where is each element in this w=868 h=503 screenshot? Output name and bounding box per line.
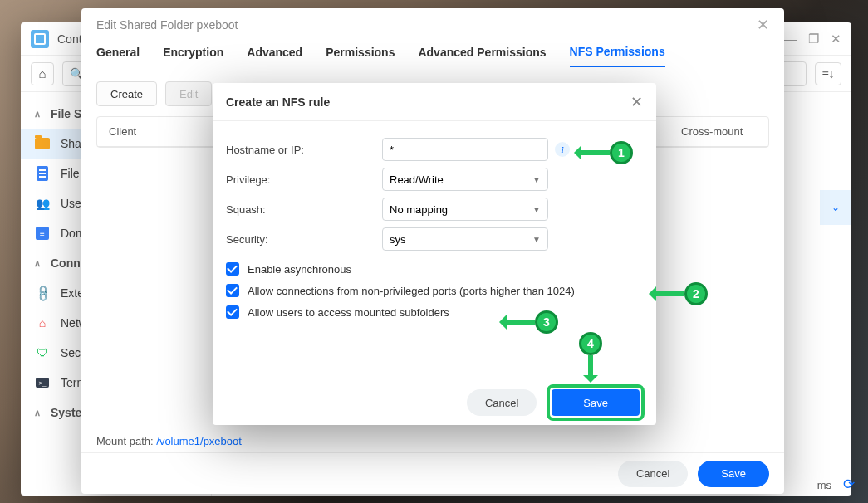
close-icon[interactable]: ✕ bbox=[630, 93, 643, 111]
cancel-button[interactable]: Cancel bbox=[618, 461, 688, 487]
network-icon: ⌂ bbox=[34, 315, 51, 331]
select-value: Read/Write bbox=[390, 173, 444, 186]
tab-advanced-permissions[interactable]: Advanced Permissions bbox=[418, 46, 546, 66]
annotation-badge: 3 bbox=[535, 310, 558, 334]
close-icon[interactable]: ✕ bbox=[831, 32, 841, 46]
control-panel-icon bbox=[31, 30, 49, 48]
select-value: No mapping bbox=[390, 203, 448, 216]
domain-icon: ≡ bbox=[34, 225, 51, 242]
cancel-button[interactable]: Cancel bbox=[467, 389, 537, 416]
minimize-icon[interactable]: — bbox=[784, 32, 797, 46]
shield-icon: 🛡 bbox=[34, 344, 51, 361]
chevron-up-icon: ∧ bbox=[34, 408, 41, 418]
mount-path-label: Mount path: bbox=[96, 435, 156, 447]
file-icon bbox=[34, 165, 51, 182]
arrow-icon bbox=[502, 320, 535, 325]
annotation-badge: 4 bbox=[579, 332, 602, 355]
caret-down-icon: ▼ bbox=[532, 175, 541, 184]
dialog-title: Edit Shared Folder pxeboot bbox=[96, 18, 238, 32]
chevron-up-icon: ∧ bbox=[34, 109, 41, 120]
edit-button[interactable]: Edit bbox=[165, 81, 212, 106]
chevron-up-icon: ∧ bbox=[34, 258, 41, 269]
select-value: sys bbox=[390, 233, 406, 246]
dialog-title: Create an NFS rule bbox=[226, 95, 330, 109]
close-icon[interactable]: ✕ bbox=[757, 16, 769, 34]
hostname-input[interactable] bbox=[382, 138, 548, 161]
checkbox-label: Allow users to access mounted subfolders bbox=[248, 306, 449, 319]
arrow-icon bbox=[576, 150, 610, 155]
link-icon: 🔗 bbox=[31, 281, 54, 305]
expand-row-button[interactable]: ⌄ bbox=[820, 190, 851, 225]
partial-text: ms bbox=[817, 479, 831, 491]
squash-select[interactable]: No mapping▼ bbox=[382, 198, 548, 221]
privilege-select[interactable]: Read/Write▼ bbox=[382, 168, 548, 191]
privilege-label: Privilege: bbox=[226, 173, 382, 186]
tab-permissions[interactable]: Permissions bbox=[326, 46, 395, 66]
checkbox-icon bbox=[226, 284, 239, 297]
tab-nfs-permissions[interactable]: NFS Permissions bbox=[570, 45, 665, 67]
tab-encryption[interactable]: Encryption bbox=[163, 46, 223, 66]
home-button[interactable]: ⌂ bbox=[31, 62, 54, 85]
security-label: Security: bbox=[226, 233, 382, 246]
user-icon: 👥 bbox=[34, 195, 51, 212]
maximize-icon[interactable]: ❐ bbox=[808, 32, 819, 46]
annotation-2: 2 bbox=[651, 282, 708, 305]
column-header-cross-mount[interactable]: Cross-mount bbox=[669, 125, 768, 138]
arrow-icon bbox=[588, 355, 593, 380]
annotation-3: 3 bbox=[502, 310, 558, 334]
refresh-icon[interactable]: ⟳ bbox=[843, 476, 855, 493]
arrow-icon bbox=[651, 291, 684, 296]
allow-mounted-subfolders-checkbox[interactable]: Allow users to access mounted subfolders bbox=[226, 305, 643, 319]
security-select[interactable]: sys▼ bbox=[382, 227, 548, 251]
enable-async-checkbox[interactable]: Enable asynchronous bbox=[226, 262, 643, 276]
checkbox-label: Enable asynchronous bbox=[248, 263, 351, 276]
modal-tabs: General Encryption Advanced Permissions … bbox=[81, 42, 784, 71]
annotation-badge: 1 bbox=[610, 141, 633, 164]
caret-down-icon: ▼ bbox=[532, 205, 541, 214]
checkbox-icon bbox=[226, 262, 239, 276]
allow-nonpriv-ports-checkbox[interactable]: Allow connections from non-privileged po… bbox=[226, 284, 643, 297]
save-button[interactable]: Save bbox=[552, 389, 640, 416]
annotation-1: 1 bbox=[576, 141, 633, 164]
mount-path-text: Mount path: /volume1/pxeboot bbox=[96, 435, 242, 447]
annotation-4: 4 bbox=[579, 332, 602, 380]
create-button[interactable]: Create bbox=[96, 81, 157, 106]
hostname-label: Hostname or IP: bbox=[226, 144, 382, 156]
save-button[interactable]: Save bbox=[698, 461, 769, 487]
mount-path-link[interactable]: /volume1/pxeboot bbox=[156, 435, 242, 447]
checkbox-icon bbox=[226, 305, 239, 319]
tab-general[interactable]: General bbox=[96, 46, 140, 66]
caret-down-icon: ▼ bbox=[532, 235, 541, 244]
terminal-icon: >_ bbox=[34, 374, 51, 391]
squash-label: Squash: bbox=[226, 203, 382, 216]
tab-advanced[interactable]: Advanced bbox=[247, 46, 302, 66]
annotation-badge: 2 bbox=[684, 282, 708, 305]
checkbox-label: Allow connections from non-privileged po… bbox=[248, 285, 575, 297]
folder-icon bbox=[34, 135, 51, 152]
sort-button[interactable]: ≡↓ bbox=[815, 62, 841, 85]
